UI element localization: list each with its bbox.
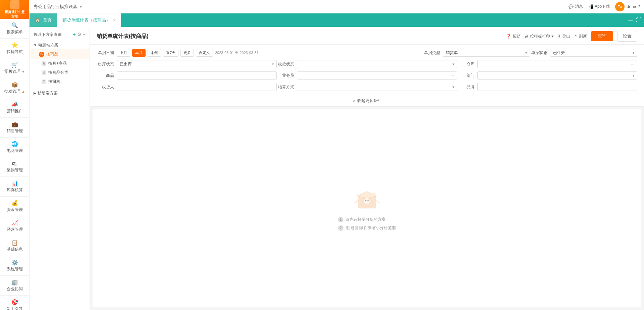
export-icon: ⬇ [557,34,561,39]
company-dropdown-icon[interactable]: ▾ [80,4,82,9]
query-button[interactable]: 查询 [591,31,613,41]
collapse-conditions-btn[interactable]: ∧ 收起更多条件 [90,95,644,107]
sidebar-item-sales[interactable]: 💼 销售管理 [0,118,29,138]
filter-date: 单据日期 上月 本月 本年 近7天 更多 自定义 2023-03-01 至 20… [97,49,423,57]
sidebar-system-label: 系统管理 [7,267,23,271]
app-download-icon: 📲 [588,4,593,9]
doc-status-select[interactable]: 已生效 [550,49,637,57]
sidebar-item-search[interactable]: 🔍 搜索菜单 [0,19,29,39]
enterprise-icon: 🏢 [1,279,28,286]
message-btn[interactable]: 💬 消息 [569,4,583,9]
date-btn-more[interactable]: 更多 [180,49,194,57]
user-profile[interactable]: Ea demo2 [615,2,640,11]
sidebar-item-guide[interactable]: 🎯 新手引导 [0,296,29,310]
sidebar-item-enterprise[interactable]: 🏢 企业协同 [0,276,29,296]
sidebar-item-inventory[interactable]: 📊 库存核算 [0,177,29,197]
search-icon: 🔍 [1,22,28,29]
warehouse-dots-icon: ··· [631,62,634,66]
wholesale-icon: 📦 [1,82,28,88]
sidebar-item-operations[interactable]: 📈 经营管理 [0,216,29,236]
scheme-item-goods-category[interactable]: 目 按商品分类 [30,68,90,77]
tab-minimize-icon[interactable]: — [628,17,633,23]
dept-select[interactable] [477,71,637,80]
sidebar-item-purchase[interactable]: 🛍 采购管理 [0,157,29,177]
print-icon: 🖨 [525,34,529,39]
filter-warehouse: 仓库 ··· [457,60,637,68]
date-btn-last-month[interactable]: 上月 [117,49,130,57]
settings-button[interactable]: 设置 [617,31,637,42]
top-bar-right: 💬 消息 📲 App下载 Ea demo2 [569,2,640,11]
desktop-scheme-group: ▼ 电脑端方案 按 按商品 月 按月+商品 目 按商品分类 [30,40,90,88]
inventory-icon: 📊 [1,180,28,187]
date-btn-7days[interactable]: 近7天 [163,49,178,57]
filter-panel: 按以下方案查询 + ⚙ « ▼ 电脑端方案 按 按商品 [30,27,90,310]
sidebar-item-wholesale[interactable]: 📦 批发管理 ▲ [0,78,29,98]
sidebar-item-system[interactable]: ⚙️ 系统管理 [0,256,29,276]
page-header: 销货单统计表(按商品) ❓ 帮助 🖨 按模板打印 ▾ [90,27,644,45]
quick-nav-icon: ⭐ [1,42,28,48]
svg-point-1 [364,198,370,204]
staff-input[interactable]: ··· [297,71,457,80]
desktop-group-header[interactable]: ▼ 电脑端方案 [30,41,90,49]
system-icon: ⚙️ [1,259,28,266]
scheme-item-driver[interactable]: 司 按司机 [30,77,90,86]
print-btn[interactable]: 🖨 按模板打印 ▾ [525,34,553,39]
sidebar-inventory-label: 库存核算 [7,188,23,192]
add-scheme-btn[interactable]: + [73,32,76,38]
mobile-group-header[interactable]: ▶ 移动端方案 [30,89,90,97]
filter-payment: 结算方式 [277,83,457,91]
svg-point-5 [368,200,368,200]
receive-status-select[interactable] [297,60,457,68]
filter-doc-status: 单据状态 已生效 [530,49,637,57]
date-btn-custom[interactable]: 自定义 [196,49,213,57]
help-btn[interactable]: ❓ 帮助 [506,34,521,39]
tab-home-label: 首页 [43,17,52,23]
brand-label: 品牌 [457,84,477,90]
doc-type-select[interactable]: 销货单 [443,49,530,57]
tab-maximize-icon[interactable]: ⛶ [636,17,641,23]
mobile-expand-triangle-icon: ▶ [34,91,36,95]
app-download-btn[interactable]: 📲 App下载 [588,4,610,9]
goods-input[interactable]: ··· [117,71,277,80]
scheme-collapse-btn[interactable]: « [83,32,86,38]
mobile-scheme-group: ▶ 移动端方案 [30,88,90,99]
goods-label: 商品 [97,73,117,79]
empty-hint: 1 请先选择要分析的方案 2 用[过滤]条件来缩小分析范围 [338,217,396,231]
date-btn-this-year[interactable]: 本年 [148,49,161,57]
sidebar-item-basic[interactable]: 📋 基础信息 [0,236,29,256]
sidebar-ecommerce-label: 电商管理 [7,148,23,153]
tab-home[interactable]: 🏠 首页 [30,13,57,27]
print-dropdown-icon: ▾ [551,34,553,39]
out-status-select[interactable]: 已出库 [117,60,277,68]
hint-num-1: 1 [338,217,343,222]
staff-label: 业务员 [277,73,297,79]
sidebar-sales-label: 销售管理 [7,128,23,133]
warehouse-input[interactable]: ··· [477,60,637,68]
scheme-item-month-goods[interactable]: 月 按月+商品 [30,59,90,68]
sidebar-finance-label: 资金管理 [7,207,23,212]
scheme-item-by-goods[interactable]: 按 按商品 [30,49,90,59]
date-btn-this-month[interactable]: 本月 [132,49,146,57]
sidebar-item-ecommerce[interactable]: 🌐 电商管理 [0,138,29,157]
brand-input[interactable]: ··· [477,83,637,91]
doc-type-label: 单据类型 [423,50,443,56]
export-btn[interactable]: ⬇ 导出 [557,34,570,39]
sidebar-retail-label: 零售管理 [4,69,20,74]
tab-close-btn[interactable]: × [113,18,116,22]
sidebar-item-marketing[interactable]: 📣 营销推广 [0,98,29,118]
goods-dots-icon: ··· [270,73,274,78]
doc-status-label: 单据状态 [530,50,550,56]
app-download-label: App下载 [595,4,610,9]
scheme-settings-btn[interactable]: ⚙ [77,32,82,38]
sidebar-item-finance[interactable]: 💰 资金管理 [0,197,29,216]
refresh-icon: ↻ [574,34,578,39]
scheme-goods-category-label: 按商品分类 [48,70,68,75]
sidebar-item-quick-nav[interactable]: ⭐ 快捷导航 [0,39,29,58]
sidebar-item-retail[interactable]: 🛒 零售管理 ▼ [0,58,29,78]
tab-sales-stats[interactable]: 销货单统计表（按商品） × [57,13,121,27]
receive-status-control [297,60,457,68]
refresh-btn[interactable]: ↻ 刷新 [574,34,587,39]
payment-select[interactable] [297,83,457,91]
consignee-input[interactable]: ··· [117,83,277,91]
date-buttons-row: 上月 本月 本年 近7天 更多 自定义 2023-03-01 至 2023-03… [117,49,423,57]
